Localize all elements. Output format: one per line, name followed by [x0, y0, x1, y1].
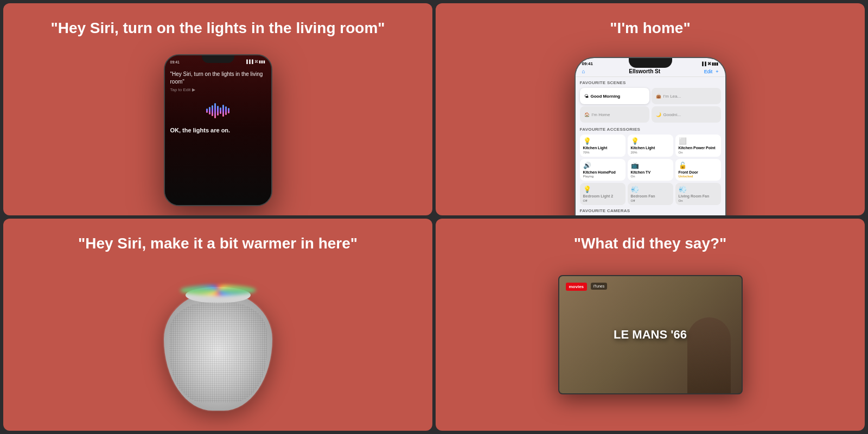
siri-wave-animation: [170, 103, 266, 118]
im-home-quote: "I'm home": [588, 18, 712, 38]
bedroom-fan-icon: 💨: [631, 186, 670, 193]
living-fan-name: Living Room Fan: [679, 194, 718, 199]
phone-notch: [202, 55, 234, 63]
what-did-they-say-quote: "What did they say?": [552, 234, 749, 253]
accessory-front-door[interactable]: 🔓 Front Door Unlocked: [675, 159, 721, 181]
living-fan-status: On: [679, 199, 718, 202]
homepod-siri-ring: [180, 285, 256, 296]
tv-acc-name: Kitchen TV: [631, 170, 670, 175]
home-nav-bar: ⌂ Ellsworth St Edit +: [576, 67, 725, 77]
wave-bar-7: [222, 105, 224, 117]
accessory-kitchen-light-2[interactable]: 💡 Kitchen Light 20%: [628, 135, 673, 156]
door-name: Front Door: [679, 170, 718, 175]
goodnight-label: Goodni...: [663, 112, 681, 117]
homepod-mesh-texture: [169, 302, 267, 403]
light-icon-1: 💡: [583, 137, 622, 145]
wave-bar-5: [217, 106, 219, 116]
accessory-tv[interactable]: 📺 Kitchen TV On: [628, 159, 673, 181]
light-status-2: 20%: [631, 151, 670, 154]
panel-siri-lights: "Hey Siri, turn on the lights in the liv…: [3, 3, 432, 215]
bedroom-light-name: Bedroom Light 2: [583, 194, 622, 199]
home-phone-body: 09:41 ▐▐ ⌘ ▮▮▮ ⌂ Ellsworth St Edit + Fav…: [575, 57, 726, 215]
home-time: 09:41: [582, 61, 593, 66]
home-phone-notch: [629, 58, 672, 68]
leaving-label: I'm Lea...: [663, 94, 681, 99]
warmer-quote: "Hey Siri, make it a bit warmer in here": [56, 234, 379, 253]
homepod-body: [164, 291, 272, 411]
add-button[interactable]: +: [716, 69, 718, 74]
favourite-accessories-title: Favourite Accessories: [580, 127, 721, 132]
light-icon-2: 💡: [631, 137, 670, 145]
tv-acc-icon: 📺: [631, 162, 670, 169]
time-display: 09:41: [170, 60, 180, 64]
accessory-homepod[interactable]: 🔊 Kitchen HomePod Playing: [580, 159, 626, 181]
homepod-status: Playing: [583, 175, 622, 178]
home-app-screen: 09:41 ▐▐ ⌘ ▮▮▮ ⌂ Ellsworth St Edit + Fav…: [576, 58, 725, 215]
phone-screen: 09:41 ▐▐▐ ⌘ ▮▮▮ "Hey Siri, turn on the l…: [165, 55, 271, 205]
light-name-1: Kitchen Light: [583, 146, 622, 150]
wave-bar-1: [206, 108, 208, 113]
siri-query-text: "Hey Siri, turn on the lights in the liv…: [170, 71, 266, 86]
siri-lights-quote: "Hey Siri, turn on the lights in the liv…: [29, 18, 406, 38]
tv-screen: movies iTunes LE MANS '66: [559, 276, 742, 393]
power-icon: ⬜: [679, 137, 718, 145]
bedroom-light-icon: 💡: [583, 186, 622, 193]
scene-im-home[interactable]: 🏠 I'm Home: [580, 106, 649, 123]
phone-body: 09:41 ▐▐▐ ⌘ ▮▮▮ "Hey Siri, turn on the l…: [164, 54, 272, 206]
siri-response-text: OK, the lights are on.: [170, 127, 266, 133]
scenes-grid: 🌤 Good Morning 👜 I'm Lea... 🏠 I'm Home: [580, 88, 721, 123]
living-fan-icon: 💨: [679, 186, 718, 193]
tv-acc-status: On: [631, 175, 670, 178]
scene-goodnight[interactable]: 🌙 Goodni...: [652, 106, 721, 123]
scene-im-leaving[interactable]: 👜 I'm Lea...: [652, 88, 721, 104]
movie-figure: [687, 317, 731, 393]
panel-homepod-warmer: "Hey Siri, make it a bit warmer in here": [3, 219, 432, 431]
wave-bar-4: [214, 103, 216, 118]
home-scene-label: I'm Home: [592, 112, 610, 117]
accessory-living-fan[interactable]: 💨 Living Room Fan On: [675, 183, 721, 205]
power-name: Kitchen Power Point: [679, 146, 718, 150]
movie-title: LE MANS '66: [614, 328, 687, 342]
homepod-container: [148, 275, 289, 427]
tv-mockup: movies iTunes LE MANS '66: [558, 275, 743, 394]
location-title: Ellsworth St: [585, 68, 704, 74]
power-status: On: [679, 151, 718, 154]
wave-bar-8: [225, 106, 227, 115]
wave-bar-9: [228, 108, 229, 113]
home-scene-icon: 🏠: [584, 112, 590, 117]
door-status: Unlocked: [679, 175, 718, 178]
panel-what-did-they-say: "What did they say?" movies iTunes LE MA…: [436, 219, 865, 431]
home-phone-mockup: 09:41 ▐▐ ⌘ ▮▮▮ ⌂ Ellsworth St Edit + Fav…: [575, 57, 726, 215]
bedroom-light-status: Off: [583, 199, 622, 202]
goodnight-icon: 🌙: [656, 112, 661, 117]
movies-badge: movies: [566, 283, 588, 291]
bedroom-fan-name: Bedroom Fan: [631, 194, 670, 199]
signal-icons: ▐▐▐ ⌘ ▮▮▮: [245, 60, 266, 64]
light-name-2: Kitchen Light: [631, 146, 670, 150]
leaving-icon: 👜: [656, 94, 661, 99]
accessories-grid: 💡 Kitchen Light 70% 💡 Kitchen Light 20% …: [580, 135, 721, 205]
favourite-scenes-title: Favourite Scenes: [580, 80, 721, 85]
homepod-icon: 🔊: [583, 162, 622, 169]
home-signals: ▐▐ ⌘ ▮▮▮: [701, 62, 719, 66]
wave-bar-2: [209, 107, 210, 114]
panel-im-home: "I'm home" 09:41 ▐▐ ⌘ ▮▮▮ ⌂ Ellsworth St…: [436, 3, 865, 215]
itunes-badge: iTunes: [591, 283, 608, 290]
accessory-bedroom-light[interactable]: 💡 Bedroom Light 2 Off: [580, 183, 626, 205]
home-content-area: Favourite Scenes 🌤 Good Morning 👜 I'm Le…: [576, 77, 725, 215]
wave-bar-3: [212, 105, 213, 116]
door-icon: 🔓: [679, 162, 718, 169]
siri-phone-mockup: 09:41 ▐▐▐ ⌘ ▮▮▮ "Hey Siri, turn on the l…: [164, 54, 272, 206]
scene-good-morning[interactable]: 🌤 Good Morning: [580, 88, 649, 104]
accessory-bedroom-fan[interactable]: 💨 Bedroom Fan Off: [628, 183, 673, 205]
favourite-cameras-title: Favourite Cameras: [580, 208, 721, 213]
good-morning-label: Good Morning: [591, 94, 621, 99]
wave-bar-6: [220, 107, 221, 114]
light-status-1: 70%: [583, 151, 622, 154]
edit-button[interactable]: Edit: [704, 69, 713, 74]
accessory-power-point[interactable]: ⬜ Kitchen Power Point On: [675, 135, 721, 156]
bedroom-fan-status: Off: [631, 199, 670, 202]
good-morning-icon: 🌤: [584, 94, 589, 99]
accessory-kitchen-light-1[interactable]: 💡 Kitchen Light 70%: [580, 135, 626, 156]
homepod-name: Kitchen HomePod: [583, 170, 622, 175]
